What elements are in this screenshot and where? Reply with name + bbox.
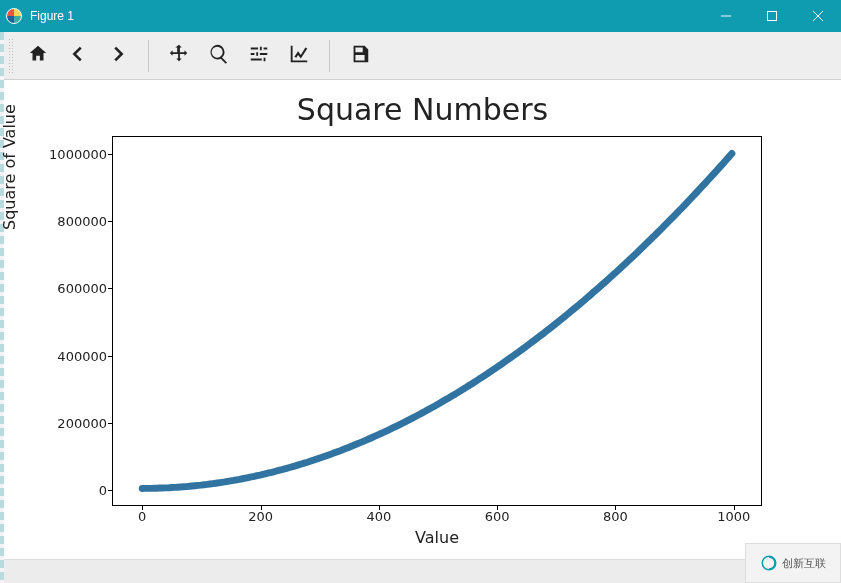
x-tick-mark: [615, 505, 616, 510]
move-icon: [168, 43, 190, 69]
y-tick-mark: [108, 221, 113, 222]
x-tick-mark: [379, 505, 380, 510]
series-line: [142, 154, 732, 489]
chart-line-icon: [288, 43, 310, 69]
zoom-icon: [208, 43, 230, 69]
y-tick-label: 800000: [57, 213, 107, 228]
svg-rect-1: [768, 12, 777, 21]
zoom-button[interactable]: [199, 36, 239, 76]
watermark: 创新互联: [745, 543, 841, 583]
close-button[interactable]: [795, 0, 841, 32]
y-tick-label: 200000: [57, 416, 107, 431]
toolbar-divider: [329, 40, 330, 72]
figure-canvas[interactable]: Square Numbers Square of Value 020000040…: [4, 80, 841, 559]
arrow-left-icon: [67, 43, 89, 69]
watermark-logo-icon: [760, 554, 778, 572]
x-tick-label: 1000: [717, 509, 750, 524]
configure-subplots-button[interactable]: [239, 36, 279, 76]
y-tick-label: 1000000: [49, 146, 107, 161]
titlebar: Figure 1: [0, 0, 841, 32]
save-icon: [349, 43, 371, 69]
y-tick-mark: [108, 423, 113, 424]
home-button[interactable]: [18, 36, 58, 76]
x-tick-label: 0: [138, 509, 146, 524]
axes-area: 0200000400000600000800000100000002004006…: [112, 136, 762, 506]
plot-line: [113, 137, 761, 505]
app-icon: [6, 8, 22, 24]
window-title: Figure 1: [30, 9, 74, 23]
back-button[interactable]: [58, 36, 98, 76]
save-button[interactable]: [340, 36, 380, 76]
x-tick-label: 800: [603, 509, 628, 524]
x-tick-label: 200: [248, 509, 273, 524]
toolbar-grip: [8, 38, 14, 74]
x-tick-mark: [734, 505, 735, 510]
home-icon: [27, 43, 49, 69]
y-tick-mark: [108, 490, 113, 491]
maximize-button[interactable]: [749, 0, 795, 32]
toolbar: [4, 32, 841, 80]
x-axis-label: Value: [112, 528, 762, 555]
chart-title: Square Numbers: [4, 92, 841, 127]
arrow-right-icon: [107, 43, 129, 69]
minimize-button[interactable]: [703, 0, 749, 32]
x-tick-mark: [142, 505, 143, 510]
y-tick-mark: [108, 288, 113, 289]
y-tick-label: 0: [99, 483, 107, 498]
toolbar-divider: [148, 40, 149, 72]
statusbar: [4, 559, 841, 583]
y-tick-mark: [108, 356, 113, 357]
y-tick-mark: [108, 154, 113, 155]
x-tick-label: 400: [366, 509, 391, 524]
x-tick-mark: [261, 505, 262, 510]
x-tick-mark: [497, 505, 498, 510]
sliders-icon: [248, 43, 270, 69]
x-tick-label: 600: [485, 509, 510, 524]
pan-button[interactable]: [159, 36, 199, 76]
watermark-text: 创新互联: [782, 556, 826, 571]
y-axis-label: Square of Value: [0, 104, 19, 230]
y-tick-label: 600000: [57, 281, 107, 296]
edit-axis-button[interactable]: [279, 36, 319, 76]
forward-button[interactable]: [98, 36, 138, 76]
y-tick-label: 400000: [57, 348, 107, 363]
